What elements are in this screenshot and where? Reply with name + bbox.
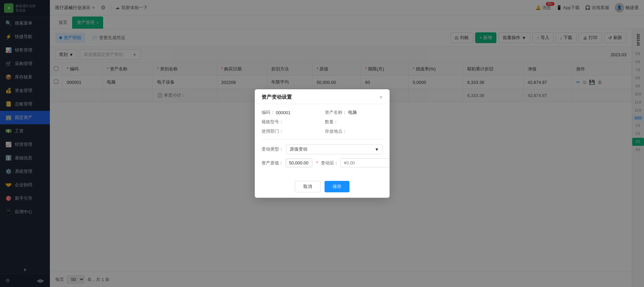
asset-value-col: 资产原值： 50,000.00 bbox=[262, 158, 312, 167]
spec-label: 规格型号： bbox=[262, 119, 283, 125]
dialog-close-button[interactable]: × bbox=[379, 94, 382, 100]
change-type-value: 原值变动 bbox=[290, 146, 307, 152]
after-value-input[interactable] bbox=[340, 158, 390, 167]
dialog-body: 编码： 000001 资产名称： 电脑 规格型号： 数量： 使用部门： bbox=[255, 104, 390, 177]
dialog-header: 资产变动设置 × bbox=[255, 89, 390, 104]
location-label: 存放地点： bbox=[325, 128, 347, 134]
after-value-col: * 变动后： bbox=[316, 158, 390, 167]
info-spec: 规格型号： bbox=[262, 119, 319, 125]
cancel-button[interactable]: 取消 bbox=[295, 181, 320, 192]
name-value: 电脑 bbox=[348, 109, 357, 116]
change-type-arrow-icon: ▼ bbox=[375, 147, 379, 152]
info-code: 编码： 000001 bbox=[262, 109, 319, 116]
change-type-row: 变动类型： 原值变动 ▼ bbox=[262, 144, 383, 154]
value-row: 资产原值： 50,000.00 * 变动后： bbox=[262, 158, 383, 167]
quantity-label: 数量： bbox=[325, 119, 338, 125]
dialog-footer: 取消 保存 bbox=[255, 177, 390, 198]
info-location: 存放地点： bbox=[325, 128, 383, 134]
change-type-select[interactable]: 原值变动 ▼ bbox=[286, 144, 383, 154]
name-label: 资产名称： bbox=[325, 109, 347, 116]
code-value: 000001 bbox=[276, 110, 290, 115]
code-label: 编码： bbox=[262, 109, 275, 116]
dialog-title: 资产变动设置 bbox=[262, 94, 292, 100]
asset-change-dialog: 资产变动设置 × 编码： 000001 资产名称： 电脑 规格型号： 数量： bbox=[255, 89, 390, 198]
asset-value-display: 50,000.00 bbox=[285, 158, 312, 167]
info-name: 资产名称： 电脑 bbox=[325, 109, 383, 116]
after-label: 变动后： bbox=[321, 160, 338, 166]
modal-overlay: 资产变动设置 × 编码： 000001 资产名称： 电脑 规格型号： 数量： bbox=[0, 0, 644, 287]
save-button[interactable]: 保存 bbox=[325, 181, 349, 192]
change-type-label: 变动类型： bbox=[262, 146, 283, 152]
asset-value-label: 资产原值： bbox=[262, 160, 283, 166]
dept-label: 使用部门： bbox=[262, 128, 283, 134]
required-star: * bbox=[316, 160, 318, 165]
dialog-info-grid: 编码： 000001 资产名称： 电脑 规格型号： 数量： 使用部门： bbox=[262, 109, 383, 134]
info-dept: 使用部门： bbox=[262, 128, 319, 134]
info-quantity: 数量： bbox=[325, 119, 383, 125]
dialog-divider bbox=[262, 139, 383, 139]
